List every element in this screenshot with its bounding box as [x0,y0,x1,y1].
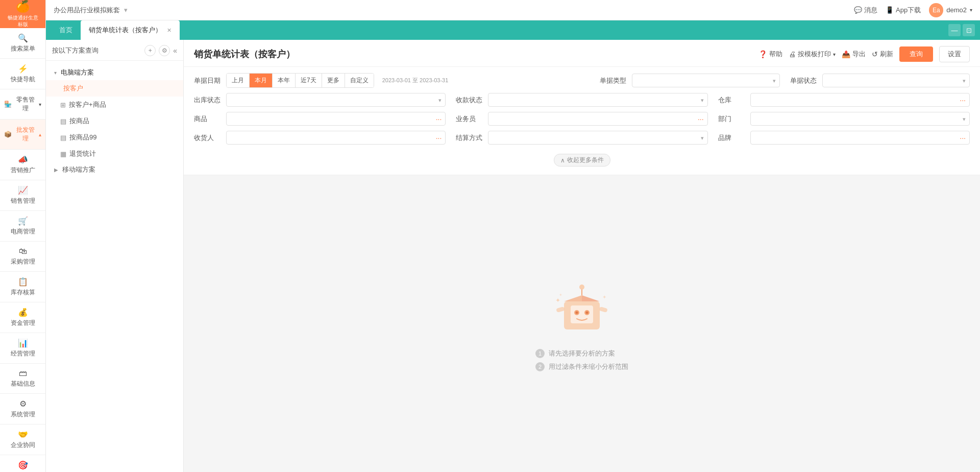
grid-icon: ⊞ [60,101,66,109]
tree-item-by-customer-goods[interactable]: ⊞ 按客户+商品 [46,97,183,113]
filter-item-goods: 商品 ··· [194,112,446,126]
settings-btn[interactable]: 设置 [939,46,970,62]
sidebar-item-marketing[interactable]: 📣 营销推广 [0,150,45,180]
settings-scheme-btn[interactable]: ⚙ [159,45,170,56]
tip-1-text: 请先选择要分析的方案 [549,349,615,358]
settlement-select[interactable] [488,131,707,145]
order-status-select[interactable] [822,74,970,87]
help-btn[interactable]: ❓ 帮助 [758,50,782,59]
filter-item-recipient: 收货人 ··· [194,131,446,145]
sidebar-item-operations[interactable]: 📊 经营管理 [0,333,45,364]
tab-sales-stats[interactable]: 销货单统计表（按客户） ✕ [81,20,180,40]
panel-collapse-btn[interactable]: « [173,46,177,55]
filter-item-stock-out: 出库状态 [194,93,446,107]
sidebar-item-quick-nav[interactable]: ⚡ 快捷导航 [0,59,45,89]
sidebar-item-label: 快捷导航 [11,75,35,84]
tree-item-by-customer[interactable]: 按客户 [46,80,183,97]
topbar: 办公用品行业模拟账套 ▾ 💬 消息 📱 App下载 Ea demo2 ▾ [46,0,980,20]
table-icon-2: ▤ [60,134,66,141]
filter-row-2: 出库状态 收款状态 [194,93,970,107]
salesperson-dots-btn[interactable]: ··· [696,115,706,123]
tab-maximize-btn[interactable]: ⊡ [963,24,975,36]
tab-sales-stats-label: 销货单统计表（按客户） [89,26,162,35]
app-download-icon: 📱 [886,6,894,14]
user-menu[interactable]: Ea demo2 ▾ [929,3,972,17]
refresh-icon: ↺ [872,50,878,58]
tab-close-btn[interactable]: ✕ [167,27,172,34]
goods-label: 商品 [194,114,222,124]
empty-tips: 1 请先选择要分析的方案 2 用过滤条件来缩小分析范围 [535,349,628,371]
date-btn-7days[interactable]: 近7天 [296,74,322,87]
query-btn[interactable]: 查询 [899,46,933,62]
chevron-up-icon: ▴ [39,132,41,137]
collapse-filter-btn[interactable]: ∧ 收起更多条件 [554,154,610,167]
order-type-select[interactable] [632,74,779,87]
sidebar-item-basics[interactable]: 🗃 基础信息 [0,364,45,394]
message-btn[interactable]: 💬 消息 [854,6,877,15]
recipient-dots-btn[interactable]: ··· [434,134,444,142]
warehouse-input[interactable] [750,93,970,107]
recipient-input[interactable] [226,131,446,145]
receipt-select[interactable] [488,93,707,107]
stock-out-select[interactable] [226,93,446,107]
warehouse-dots-btn[interactable]: ··· [958,96,968,104]
sidebar-item-new-user[interactable]: 🎯 新手引导 [0,455,45,472]
sidebar-item-finance[interactable]: 💰 资金管理 [0,302,45,333]
order-status-label: 单据状态 [790,76,818,85]
sidebar-item-purchase[interactable]: 🛍 采购管理 [0,242,45,272]
app-download-btn[interactable]: 📱 App下载 [886,6,921,15]
tip-num-2: 2 [535,362,545,371]
salesperson-input[interactable] [488,112,707,126]
add-scheme-btn[interactable]: + [144,45,156,56]
bar-chart-icon: ▦ [60,150,66,158]
recipient-control: ··· [226,131,446,145]
tabbar-actions: — ⊡ [948,24,975,36]
tab-home[interactable]: 首页 [51,20,81,40]
sidebar-item-enterprise-collab[interactable]: 🤝 企业协同 [0,424,45,455]
svg-rect-8 [556,306,565,313]
workspace-dropdown-icon[interactable]: ▾ [124,6,128,14]
tree-mobile-parent[interactable]: ▶ 移动端方案 [46,162,183,177]
brand-input[interactable] [750,131,970,145]
expand-icon: ▾ [54,70,57,76]
template-print-label: 按模板打印 [798,50,831,59]
date-btn-more[interactable]: 更多 [322,74,345,87]
sidebar-item-label: 营销推广 [11,166,35,175]
brand-dots-btn[interactable]: ··· [958,134,968,142]
sidebar-item-label: 搜索菜单 [11,44,35,53]
goods-dots-btn[interactable]: ··· [434,115,444,123]
filter-item-salesperson: 业务员 ··· [456,112,707,126]
warehouse-label: 仓库 [718,96,746,105]
sidebar-item-search-menu[interactable]: 🔍 搜索菜单 [0,28,45,59]
sidebar-item-system[interactable]: ⚙ 系统管理 [0,394,45,424]
date-btn-last-month[interactable]: 上月 [227,74,250,87]
goods-input[interactable] [226,112,446,126]
right-panel: 销货单统计表（按客户） ❓ 帮助 🖨 按模板打印 ▾ 📤 导出 [184,40,980,472]
dept-select[interactable] [750,112,970,126]
svg-point-3 [576,312,578,314]
sidebar-item-label: 系统管理 [11,410,35,419]
sidebar-item-inventory[interactable]: 📋 库存核算 [0,272,45,302]
plus-icon: + [149,47,152,54]
export-btn[interactable]: 📤 导出 [842,50,866,59]
sidebar-item-sales[interactable]: 📈 销售管理 [0,180,45,211]
tree-section: ▾ 电脑端方案 按客户 ⊞ 按客户+商品 ▤ 按商品 [46,61,183,181]
sidebar-item-ecommerce[interactable]: 🛒 电商管理 [0,211,45,242]
date-btn-this-month[interactable]: 本月 [250,74,273,87]
sidebar-item-retail[interactable]: 🏪 零售管理 ▾ [0,89,45,120]
page-header: 销货单统计表（按客户） ❓ 帮助 🖨 按模板打印 ▾ 📤 导出 [184,40,980,67]
date-btn-custom[interactable]: 自定义 [345,74,374,87]
template-print-btn[interactable]: 🖨 按模板打印 ▾ [789,50,836,59]
refresh-btn[interactable]: ↺ 刷新 [872,50,893,59]
tree-item-by-goods-99[interactable]: ▤ 按商品99 [46,129,183,146]
tree-item-by-goods[interactable]: ▤ 按商品 [46,113,183,129]
page-actions: ❓ 帮助 🖨 按模板打印 ▾ 📤 导出 ↺ 刷新 [758,46,970,62]
tab-minimize-btn[interactable]: — [948,24,961,36]
tree-item-return-stats[interactable]: ▦ 退货统计 [46,146,183,162]
tree-desktop-parent[interactable]: ▾ 电脑端方案 [46,65,183,80]
date-btn-this-year[interactable]: 本年 [273,74,296,87]
print-icon: 🖨 [789,50,796,58]
sidebar-item-wholesale[interactable]: 📦 批发管理 ▴ [0,120,45,150]
filter-row-3: 商品 ··· 业务员 ··· 部门 [194,112,970,126]
basics-icon: 🗃 [19,369,27,378]
